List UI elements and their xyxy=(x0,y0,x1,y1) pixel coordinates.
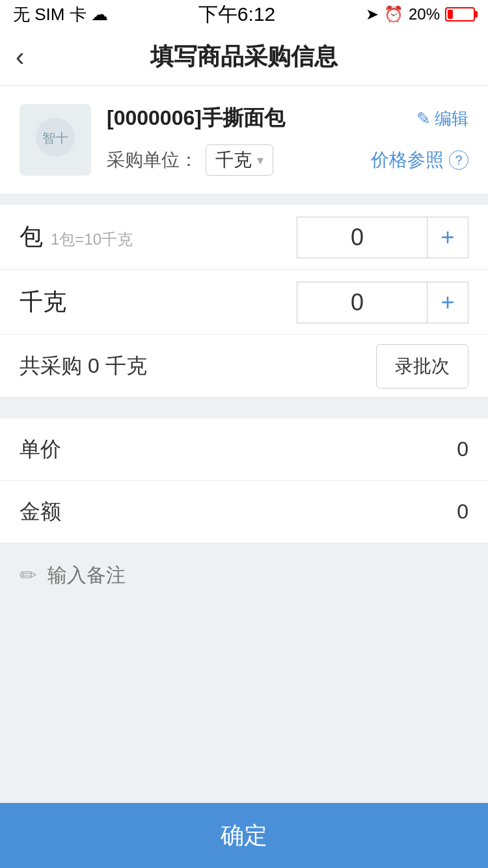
product-name: [0000006]手撕面包 xyxy=(107,104,285,133)
quantity-plus-kg[interactable]: + xyxy=(427,282,468,323)
alarm-icon: ⏰ xyxy=(384,5,403,23)
product-image: 智十 xyxy=(20,104,91,176)
total-text: 共采购 0 千克 xyxy=(20,352,147,381)
remark-section: ✏ xyxy=(0,543,488,607)
quantity-input-bao[interactable] xyxy=(297,217,427,258)
status-bar-time: 下午6:12 xyxy=(198,1,275,28)
nav-bar: ‹ 填写商品采购信息 xyxy=(0,29,488,86)
svg-text:智十: 智十 xyxy=(42,131,68,145)
quantity-input-kg[interactable] xyxy=(297,282,427,323)
quantity-label-bao: 包 1包=10千克 xyxy=(20,221,133,253)
quantity-label-kg: 千克 xyxy=(20,286,66,318)
unit-selector[interactable]: 千克 ▾ xyxy=(206,144,273,176)
edit-button[interactable]: ✎ 编辑 xyxy=(416,107,468,130)
quantity-section: 包 1包=10千克 + 千克 + xyxy=(0,205,488,335)
battery-icon xyxy=(445,7,475,21)
quantity-input-group-bao: + xyxy=(297,217,468,258)
total-row: 共采购 0 千克 录批次 xyxy=(0,335,488,398)
section-divider-1 xyxy=(0,195,488,205)
status-bar-right: ➤ ⏰ 20% xyxy=(366,5,475,23)
location-icon: ➤ xyxy=(366,5,379,23)
unit-price-value: 0 xyxy=(457,437,468,461)
sim-label: 无 SIM 卡 ☁ xyxy=(13,3,108,26)
product-info: [0000006]手撕面包 ✎ 编辑 采购单位： 千克 ▾ 价格参照 ? xyxy=(107,104,468,176)
product-logo: 智十 xyxy=(33,115,78,166)
status-bar: 无 SIM 卡 ☁ 下午6:12 ➤ ⏰ 20% xyxy=(0,0,488,29)
amount-row: 金额 0 xyxy=(0,481,488,543)
quantity-input-group-kg: + xyxy=(297,282,468,323)
help-icon: ? xyxy=(449,150,468,170)
quantity-sublabel-bao: 1包=10千克 xyxy=(51,229,133,250)
status-bar-left: 无 SIM 卡 ☁ xyxy=(13,3,108,26)
quantity-row-bao: 包 1包=10千克 + xyxy=(0,205,488,270)
unit-value: 千克 xyxy=(215,148,252,172)
purchase-unit-label: 采购单位： xyxy=(107,148,198,172)
edit-icon: ✎ xyxy=(416,109,431,129)
unit-price-row: 单价 0 xyxy=(0,418,488,481)
amount-value: 0 xyxy=(457,500,468,524)
unit-price-label: 单价 xyxy=(20,435,61,464)
amount-label: 金额 xyxy=(20,498,61,526)
section-divider-2 xyxy=(0,398,488,408)
price-ref-button[interactable]: 价格参照 ? xyxy=(371,148,468,172)
page-title: 填写商品采购信息 xyxy=(150,41,338,73)
price-section: 单价 0 金额 0 xyxy=(0,418,488,543)
quantity-row-kg: 千克 + xyxy=(0,270,488,335)
chevron-down-icon: ▾ xyxy=(257,152,264,168)
record-batch-button[interactable]: 录批次 xyxy=(376,344,468,388)
empty-area xyxy=(0,607,488,803)
battery-percent: 20% xyxy=(409,5,440,23)
back-button[interactable]: ‹ xyxy=(16,42,24,72)
confirm-button[interactable]: 确定 xyxy=(0,803,488,868)
pencil-icon: ✏ xyxy=(20,563,37,588)
remark-input[interactable] xyxy=(47,564,468,586)
product-card: 智十 [0000006]手撕面包 ✎ 编辑 采购单位： 千克 ▾ xyxy=(0,86,488,195)
quantity-plus-bao[interactable]: + xyxy=(427,217,468,258)
